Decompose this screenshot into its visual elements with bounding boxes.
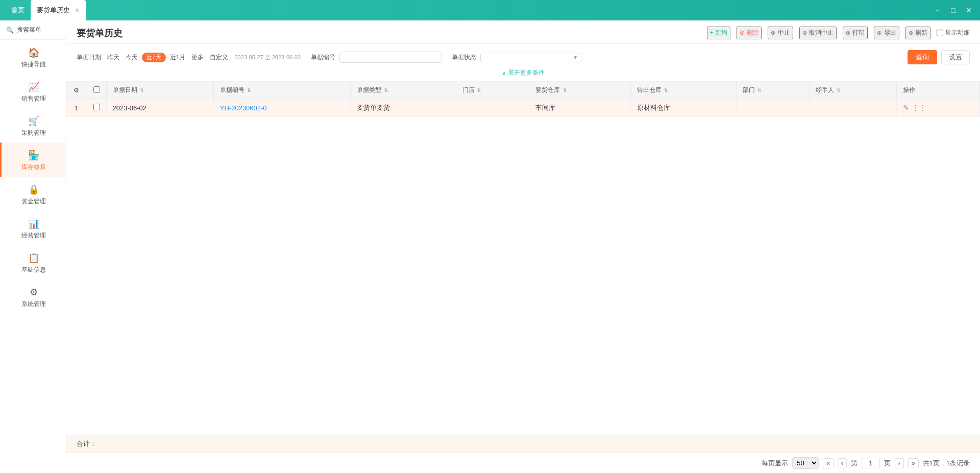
sort-icon: ⇅ <box>477 88 481 93</box>
filter-group-status: 单据状态 ▼ <box>452 53 582 62</box>
shortcut-more[interactable]: 更多 <box>189 53 206 62</box>
row-store <box>456 99 529 117</box>
shortcut-7days[interactable]: 近7天 <box>142 53 166 62</box>
settings-button[interactable]: 设置 <box>941 50 970 64</box>
col-bill-no[interactable]: 单据编号 ⇅ <box>213 82 350 99</box>
sidebar-item-system[interactable]: ⚙ 系统管理 <box>0 279 66 314</box>
tab-requisition-history[interactable]: 要货单历史 ✕ <box>31 0 86 20</box>
sidebar-item-finance[interactable]: 🔒 资金管理 <box>0 177 66 211</box>
sidebar: 🔍 搜索菜单 🏠 快捷导航 📈 销售管理 🛒 采购管理 🏪 库存核算 🔒 资金管… <box>0 20 66 473</box>
prev-page-button[interactable]: ‹ <box>838 458 847 468</box>
tab-requisition-label: 要货单历史 <box>37 6 70 15</box>
shortcut-today[interactable]: 今天 <box>124 53 140 62</box>
col-department[interactable]: 部门 ⇅ <box>736 82 809 99</box>
minimize-button[interactable]: － <box>931 5 944 16</box>
delete-button[interactable]: ⊘ 删除 <box>737 27 762 39</box>
row-actions: ✎ ⋮⋮ <box>896 99 979 117</box>
sidebar-search[interactable]: 🔍 搜索菜单 <box>0 20 66 40</box>
sidebar-item-label: 采购管理 <box>21 129 46 137</box>
shortcut-custom[interactable]: 自定义 <box>208 53 230 62</box>
purchase-icon: 🛒 <box>28 115 39 127</box>
sort-icon: ⇅ <box>664 88 668 93</box>
next-page-button[interactable]: › <box>895 458 904 468</box>
first-page-button[interactable]: « <box>823 458 834 468</box>
date-range-display: 2023-05-27 至 2023-06-02 <box>234 54 301 61</box>
per-page-select[interactable]: 10 20 50 100 <box>792 457 819 469</box>
close-button[interactable]: ✕ <box>963 5 975 15</box>
per-page-label: 每页显示 <box>762 459 788 468</box>
edit-icon[interactable]: ✎ <box>903 104 909 112</box>
export-button[interactable]: ⊙ 导出 <box>874 27 899 39</box>
pagination-bar: 每页显示 10 20 50 100 « ‹ 第 页 › » 共1页，1条记录 <box>66 453 980 473</box>
col-req-warehouse[interactable]: 要货仓库 ⇅ <box>529 82 630 99</box>
row-checkbox-cell <box>87 99 106 117</box>
tab-home-label: 首页 <box>11 6 24 15</box>
home-icon: 🏠 <box>28 47 39 58</box>
sort-icon: ⇅ <box>384 88 388 93</box>
top-bar: 首页 要货单历史 ✕ － □ ✕ <box>0 0 980 20</box>
sidebar-item-inventory[interactable]: 🏪 库存核算 <box>0 143 66 177</box>
maximize-button[interactable]: □ <box>948 5 959 15</box>
row-bill-no: YH-20230602-0 <box>213 99 350 117</box>
col-settings[interactable]: ⚙ <box>66 82 87 99</box>
main-layout: 🔍 搜索菜单 🏠 快捷导航 📈 销售管理 🛒 采购管理 🏪 库存核算 🔒 资金管… <box>0 20 980 473</box>
sidebar-item-label: 经营管理 <box>21 231 46 240</box>
row-department <box>736 99 809 117</box>
col-actions: 操作 <box>896 82 979 99</box>
basic-icon: 📋 <box>28 252 39 264</box>
row-req-warehouse: 车间库 <box>529 99 630 117</box>
chevron-down-icon: ▼ <box>573 55 578 60</box>
show-detail-checkbox[interactable]: 显示明细 <box>937 29 970 37</box>
filter-area: 单据日期 昨天 今天 近7天 近1月 更多 自定义 2023-05-27 至 2… <box>66 44 980 82</box>
table-header-row: ⚙ 单据日期 ⇅ 单据编号 ⇅ 单据类型 <box>66 82 980 99</box>
chevron-down-icon: ∨ <box>502 69 506 77</box>
last-page-button[interactable]: » <box>908 458 919 468</box>
col-pending-warehouse[interactable]: 待出仓库 ⇅ <box>630 82 736 99</box>
sales-icon: 📈 <box>28 81 39 92</box>
status-select[interactable]: ▼ <box>480 53 582 62</box>
show-detail-label: 显示明细 <box>945 29 970 37</box>
sidebar-item-basic-info[interactable]: 📋 基础信息 <box>0 245 66 279</box>
shortcut-1month[interactable]: 近1月 <box>168 53 188 62</box>
col-date[interactable]: 单据日期 ⇅ <box>106 82 213 99</box>
tab-home[interactable]: 首页 <box>5 0 31 20</box>
query-button[interactable]: 查询 <box>908 50 937 64</box>
system-icon: ⚙ <box>30 287 38 298</box>
management-icon: 📊 <box>28 218 39 229</box>
tab-close-icon[interactable]: ✕ <box>75 7 80 14</box>
cancel-stop-button[interactable]: ⊙ 取消中止 <box>799 27 837 39</box>
sidebar-item-label: 快捷导航 <box>21 60 46 69</box>
sidebar-item-label: 基础信息 <box>21 266 46 274</box>
page-label: 第 <box>851 459 857 468</box>
page-unit: 页 <box>884 459 891 468</box>
print-button[interactable]: ⊙ 打印 <box>843 27 868 39</box>
new-button[interactable]: + 新增 <box>707 27 730 39</box>
refresh-button[interactable]: ⊙ 刷新 <box>905 27 930 39</box>
bill-no-input[interactable] <box>339 52 442 63</box>
page-input[interactable] <box>862 458 880 468</box>
window-buttons: － □ ✕ <box>931 5 975 16</box>
date-filter-label: 单据日期 <box>77 53 101 62</box>
sidebar-item-sales[interactable]: 📈 销售管理 <box>0 74 66 108</box>
row-checkbox[interactable] <box>93 104 100 110</box>
sort-icon: ⇅ <box>140 88 144 93</box>
bill-no-link[interactable]: YH-20230602-0 <box>220 104 267 112</box>
show-detail-input[interactable] <box>937 30 943 36</box>
col-handler[interactable]: 经手人 ⇅ <box>809 82 896 99</box>
sidebar-item-quick-nav[interactable]: 🏠 快捷导航 <box>0 40 66 74</box>
select-all-checkbox[interactable] <box>93 86 100 93</box>
col-store[interactable]: 门店 ⇅ <box>456 82 529 99</box>
more-icon[interactable]: ⋮⋮ <box>912 104 926 112</box>
shortcut-yesterday[interactable]: 昨天 <box>105 53 121 62</box>
toolbar: + 新增 ⊘ 删除 ⊙ 中止 ⊙ 取消中止 ⊙ 打印 ⊙ 导出 ⊙ 刷新 显示明… <box>707 27 970 39</box>
sidebar-item-management[interactable]: 📊 经营管理 <box>0 211 66 245</box>
total-label: 合计： <box>77 440 96 447</box>
row-pending-warehouse: 原材料仓库 <box>630 99 736 117</box>
sidebar-item-purchase[interactable]: 🛒 采购管理 <box>0 108 66 143</box>
stop-button[interactable]: ⊙ 中止 <box>768 27 793 39</box>
sort-icon: ⇅ <box>837 88 841 93</box>
expand-more-button[interactable]: ∨ 展开更多条件 <box>77 68 970 77</box>
sort-icon: ⇅ <box>247 88 251 93</box>
col-bill-type[interactable]: 单据类型 ⇅ <box>351 82 456 99</box>
search-icon: 🔍 <box>6 27 14 34</box>
